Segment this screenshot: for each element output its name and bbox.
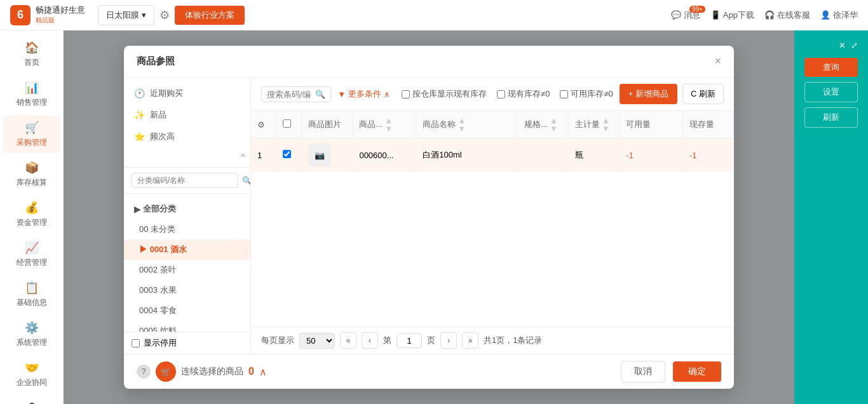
- sidebar-item-inventory[interactable]: 📦 库存核算: [3, 156, 60, 193]
- row-index: 1: [251, 138, 276, 172]
- recent-purchase-icon: 🕐: [134, 88, 145, 98]
- category-0004[interactable]: 0004 零食: [124, 300, 250, 321]
- right-panel-query-button[interactable]: 查询: [804, 58, 858, 77]
- page-size-label: 每页显示: [261, 335, 294, 346]
- filter-check-available-ne0[interactable]: 可用库存≠0: [560, 88, 613, 100]
- right-panel-expand-icon[interactable]: ⤢: [851, 41, 858, 50]
- sidebar-item-finance[interactable]: 💰 资金管理: [3, 196, 60, 233]
- col-unit-label: 主计量: [575, 119, 600, 130]
- selected-label: 连续选择的商品: [181, 366, 243, 377]
- filter-label: 更多条件: [348, 88, 381, 100]
- product-search-input[interactable]: [267, 90, 311, 99]
- product-lookup-modal: 商品参照 × 🕐 近期购买 ✨ 新: [124, 46, 734, 389]
- th-code[interactable]: 商品... ▲▼: [353, 111, 416, 138]
- top-nav: 6 畅捷通好生意 精品版 日太阳膜 ▾ ⚙ 体验行业方案 💬 消息 99+ 📱 …: [0, 0, 868, 30]
- page-label: 第: [383, 335, 391, 346]
- sidebar-item-collab[interactable]: 🤝 企业协同: [3, 356, 60, 393]
- phone-icon: 📱: [710, 10, 721, 20]
- th-name[interactable]: 商品名称 ▲▼: [416, 111, 518, 138]
- nav-new-product[interactable]: ✨ 新品: [124, 104, 250, 126]
- settings-icon[interactable]: ⚙: [257, 120, 265, 130]
- category-00[interactable]: 00 未分类: [124, 219, 250, 239]
- row-code: 000600...: [353, 138, 416, 172]
- last-page-button[interactable]: »: [462, 332, 478, 349]
- sidebar-collapse-button[interactable]: «: [124, 147, 250, 162]
- inventory-icon: 📦: [25, 161, 39, 175]
- category-0001[interactable]: ▶ 0001 酒水: [124, 239, 250, 260]
- show-disabled-label[interactable]: 显示停用: [144, 337, 177, 349]
- message-button[interactable]: 💬 消息 99+: [671, 10, 700, 21]
- th-spec[interactable]: 规格... ▲▼: [518, 111, 569, 138]
- category-search-input[interactable]: [132, 173, 238, 188]
- sidebar-label-system: 系统管理: [17, 337, 47, 348]
- app-download-button[interactable]: 📱 App下载: [710, 10, 754, 21]
- row-select-checkbox[interactable]: [283, 150, 291, 158]
- select-all-checkbox[interactable]: [283, 119, 291, 128]
- row-available: -1: [620, 138, 683, 172]
- current-page-input[interactable]: [397, 333, 422, 348]
- sidebar-item-sales[interactable]: 📊 销售管理: [3, 76, 60, 113]
- prev-page-button[interactable]: ‹: [362, 332, 378, 349]
- logo-text: 畅捷通好生意: [36, 5, 85, 16]
- available-ne0-checkbox[interactable]: [560, 90, 568, 98]
- category-all[interactable]: ▶ 全部分类: [124, 199, 250, 219]
- new-product-label: 新品: [150, 109, 166, 121]
- category-0003[interactable]: 0003 水果: [124, 280, 250, 300]
- headset-icon: 🎧: [764, 10, 775, 20]
- category-0002[interactable]: 0002 茶叶: [124, 260, 250, 280]
- cart-icon: 🛒: [156, 361, 176, 382]
- sidebar-item-basic-info[interactable]: 📋 基础信息: [3, 276, 60, 313]
- sidebar-item-business[interactable]: 📈 经营管理: [3, 236, 60, 273]
- sidebar-item-guide[interactable]: 🎓 新手引导: [3, 396, 60, 404]
- category-search-icon[interactable]: 🔍: [242, 176, 251, 185]
- show-disabled-checkbox[interactable]: [132, 339, 140, 347]
- th-settings: ⚙: [251, 111, 276, 138]
- toolbar-actions: + 新增商品 C 刷新: [620, 84, 724, 104]
- footer-collapse-button[interactable]: ∧: [259, 366, 267, 378]
- confirm-button[interactable]: 确定: [673, 361, 721, 382]
- sidebar-item-home[interactable]: 🏠 首页: [3, 36, 60, 73]
- trial-button[interactable]: 体验行业方案: [175, 6, 245, 25]
- product-table: ⚙ 商品图片: [251, 111, 734, 172]
- th-unit[interactable]: 主计量 ▲▼: [569, 111, 620, 138]
- filter-check-stock-ne0[interactable]: 现有库存≠0: [497, 88, 550, 100]
- filter-check-warehouse[interactable]: 按仓库显示现有库存: [402, 88, 487, 100]
- category-list: ▶ 全部分类 00 未分类 ▶ 0001 酒水 0002 茶叶 0003 水果 …: [124, 194, 250, 332]
- add-product-button[interactable]: + 新增商品: [620, 84, 677, 104]
- modal-footer: ? 🛒 连续选择的商品 0 ∧ 取消 确定: [124, 354, 734, 389]
- logo-area: 6 畅捷通好生意 精品版: [10, 5, 85, 25]
- warehouse-checkbox[interactable]: [402, 90, 410, 98]
- sidebar-item-system[interactable]: ⚙️ 系统管理: [3, 316, 60, 353]
- sidebar-item-purchase[interactable]: 🛒 采购管理: [3, 116, 60, 153]
- gear-icon[interactable]: ⚙: [159, 8, 170, 22]
- nav-recent-purchase[interactable]: 🕐 近期购买: [124, 83, 250, 104]
- table-row[interactable]: 1 📷: [251, 138, 734, 172]
- right-panel-refresh-button[interactable]: 刷新: [804, 107, 858, 128]
- refresh-button[interactable]: C 刷新: [682, 84, 724, 104]
- username: 徐泽华: [833, 10, 858, 21]
- frequent-label: 频次高: [150, 131, 175, 142]
- stock-ne0-label: 现有库存≠0: [508, 88, 550, 100]
- close-button[interactable]: ×: [714, 55, 721, 68]
- filter-more-button[interactable]: ▼ 更多条件 ∧: [337, 88, 390, 100]
- service-label: 在线客服: [777, 10, 810, 21]
- message-icon: 💬: [671, 10, 681, 20]
- col-code-label: 商品...: [359, 119, 383, 130]
- right-panel-close-icon[interactable]: ✕: [839, 41, 846, 50]
- user-menu[interactable]: 👤 徐泽华: [820, 10, 858, 21]
- right-panel-settings-button[interactable]: 设置: [804, 82, 858, 102]
- cancel-button[interactable]: 取消: [621, 361, 665, 382]
- first-page-button[interactable]: «: [340, 332, 356, 349]
- nav-frequent[interactable]: ⭐ 频次高: [124, 126, 250, 147]
- service-button[interactable]: 🎧 在线客服: [764, 10, 810, 21]
- category-0005[interactable]: 0005 饮料: [124, 321, 250, 332]
- row-stock: -1: [682, 138, 733, 172]
- help-button[interactable]: ?: [137, 365, 151, 379]
- next-page-button[interactable]: ›: [440, 332, 457, 349]
- page-size-select[interactable]: 50 10 20 100: [299, 333, 335, 349]
- search-icon[interactable]: 🔍: [315, 90, 325, 99]
- home-icon: 🏠: [25, 41, 39, 55]
- modal-main-content: 🔍 ▼ 更多条件 ∧ 按仓库显示现有库存: [251, 77, 734, 354]
- store-selector[interactable]: 日太阳膜 ▾: [98, 5, 154, 25]
- stock-ne0-checkbox[interactable]: [497, 90, 505, 98]
